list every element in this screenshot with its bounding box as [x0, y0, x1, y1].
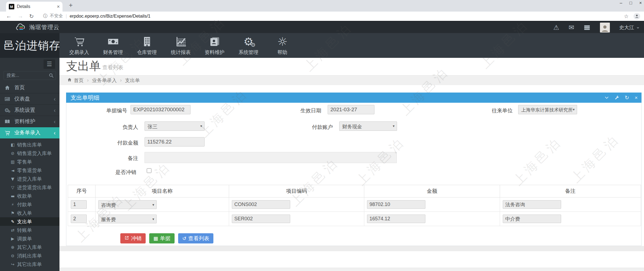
browser-profile-icon[interactable]	[634, 13, 640, 20]
home-icon	[4, 85, 13, 91]
item-code-input[interactable]	[232, 215, 290, 223]
reload-icon[interactable]: ↻	[29, 13, 34, 20]
sidebar-subitem-income[interactable]: ⚑收入单	[0, 209, 59, 217]
url-text[interactable]: erpdoc.epoerp.cn/Biz/Expense/Details/1	[70, 13, 151, 19]
sidebar-item-dashboard[interactable]: 仪表盘‹	[0, 93, 59, 105]
view-list-button[interactable]: ↺查看列表	[178, 233, 213, 243]
item-amount-input[interactable]	[367, 200, 425, 209]
sidebar-subitem-payment[interactable]: ⚡付款单	[0, 200, 59, 209]
sidebar-subitem-other-outbound[interactable]: ↪其它出库单	[0, 260, 59, 269]
button-label: 单据	[160, 235, 170, 242]
mail-icon[interactable]: ✉	[569, 24, 574, 31]
sidebar-item-order-entry[interactable]: 业务单录入‹	[0, 127, 59, 139]
user-menu[interactable]: 史大江	[619, 24, 640, 31]
search-input[interactable]	[4, 71, 56, 80]
sidebar-item-data-maintenance[interactable]: 资料维护‹	[0, 116, 59, 127]
sidebar-subitem-consume-outbound[interactable]: ⊖消耗出库单	[0, 251, 59, 260]
bottom-white-panel	[59, 251, 644, 268]
sidebar-subitem-purchase-return-outbound[interactable]: ▽进货退货出库单	[0, 183, 59, 192]
tab-close-icon[interactable]: ×	[57, 4, 60, 10]
top-menu-item-data-maintenance[interactable]: 资料维护	[198, 33, 232, 58]
sidebar-item-home[interactable]: 首页	[0, 82, 59, 93]
sidebar-subitem-retail-return[interactable]: ◄零售退货单	[0, 166, 59, 175]
row-seq-input[interactable]	[71, 200, 87, 209]
top-menu-label: 仓库管理	[137, 49, 157, 56]
item-note-input[interactable]	[503, 200, 561, 209]
top-menu-item-system[interactable]: ⚙⚙系统管理	[232, 33, 265, 58]
panel-collapse-icon[interactable]	[604, 95, 609, 100]
site-info-icon[interactable]: ⓘ	[43, 13, 48, 19]
sidebar-subitem-label: 销售出库单	[17, 142, 42, 148]
effective-date-input[interactable]	[328, 105, 374, 114]
chevron-down-icon	[636, 25, 640, 31]
window-close-icon[interactable]: ×	[639, 1, 642, 6]
window-maximize-icon[interactable]: □	[629, 1, 632, 6]
search-icon[interactable]	[49, 73, 54, 79]
sidebar-subitem-transfer[interactable]: ⇄转账单	[0, 226, 59, 234]
payment-amount-label: 付款金额	[107, 139, 138, 147]
sidebar-subitem-other-inbound[interactable]: ⊕其它入库单	[0, 243, 59, 251]
back-icon[interactable]: ←	[6, 13, 12, 19]
panel-wrench-icon[interactable]	[615, 95, 619, 100]
item-row: 服务费▾	[68, 212, 641, 226]
top-menu-label: 帮助	[278, 49, 287, 56]
sidebar-subitem-label: 销售退货入库单	[17, 150, 52, 157]
sidebar-subitem-expense[interactable]: ✎支出单	[0, 217, 59, 226]
bottom-gray-band-2	[59, 268, 644, 271]
note-textarea[interactable]	[145, 152, 397, 163]
caret-down-icon: ▾	[200, 124, 202, 128]
sales-return-inbound-icon: ⊘	[9, 151, 16, 156]
breadcrumb-item[interactable]: 业务单录入	[92, 77, 117, 84]
receipt-icon: ▬	[9, 194, 16, 199]
sidebar-subitem-sales-outbound[interactable]: ◧销售出库单	[0, 140, 59, 149]
window-minimize-icon[interactable]: –	[620, 1, 622, 6]
payment-amount-input[interactable]	[145, 137, 205, 147]
item-name-select[interactable]: 服务费▾	[98, 215, 157, 223]
doc-no-input[interactable]	[131, 105, 191, 114]
sidebar-subitem-allocation[interactable]: ▶调拨单	[0, 234, 59, 243]
breadcrumb-item[interactable]: 支出单	[125, 77, 140, 84]
sidebar-subitem-sales-return-inbound[interactable]: ⊘销售退货入库单	[0, 149, 59, 158]
browser-tab[interactable]: M Details ×	[6, 2, 63, 12]
item-name-select[interactable]: 咨询费▾	[98, 200, 157, 209]
bookmark-star-icon[interactable]: ☆	[624, 13, 629, 20]
sidebar-subitem-label: 其它出库单	[17, 261, 42, 268]
top-menu-item-warehouse[interactable]: 仓库管理	[130, 33, 164, 58]
chevron-left-icon: ‹	[54, 107, 56, 113]
sidebar-subitem-retail[interactable]: ▥零售单	[0, 158, 59, 166]
sidebar-subitem-purchase-inbound[interactable]: ▼进货入库单	[0, 175, 59, 183]
party-label: 往来单位	[485, 107, 513, 114]
reverse-button[interactable]: 冲销	[120, 233, 146, 243]
item-code-input[interactable]	[232, 200, 290, 209]
item-note-input[interactable]	[503, 215, 561, 223]
warning-icon[interactable]: ⚠	[553, 24, 559, 31]
top-menu-item-transaction-entry[interactable]: 交易录入	[62, 33, 96, 58]
party-select[interactable]: 上海华东计算技术研究所 ▾	[518, 105, 577, 114]
cart-icon	[4, 130, 13, 136]
row-seq-input[interactable]	[71, 215, 87, 223]
owner-select[interactable]: 张三 ▾	[145, 121, 205, 131]
caret-down-icon: ▾	[152, 203, 154, 207]
document-button[interactable]: ▦单据	[149, 233, 175, 243]
sidebar-item-system-settings[interactable]: ⚙⚙系统设置‹	[0, 105, 59, 116]
user-avatar[interactable]	[600, 23, 610, 32]
server-icon[interactable]	[583, 25, 591, 31]
top-menu-label: 系统管理	[239, 49, 259, 56]
sidebar-toggle-button[interactable]: ☰	[44, 59, 55, 69]
new-tab-button[interactable]: +	[69, 1, 73, 9]
top-menu-item-reports[interactable]: 统计报表	[164, 33, 198, 58]
allocation-icon: ▶	[9, 236, 16, 241]
panel-close-icon[interactable]: ×	[635, 95, 638, 101]
reversal-checkbox[interactable]	[147, 168, 151, 173]
top-menu-item-help[interactable]: ☼帮助	[265, 33, 299, 58]
item-amount-input[interactable]	[367, 215, 425, 223]
breadcrumb-item[interactable]: 首页	[74, 77, 84, 84]
item-name-value: 服务费	[101, 216, 116, 223]
top-menu-item-finance[interactable]: 财务管理	[96, 33, 130, 58]
panel-refresh-icon[interactable]: ↻	[625, 94, 629, 101]
sidebar-subitem-receipt[interactable]: ▬收款单	[0, 192, 59, 200]
payment-account-select[interactable]: 财务现金 ▾	[339, 121, 397, 131]
window-controls: – □ ×	[620, 1, 642, 6]
forward-icon[interactable]: →	[18, 13, 23, 19]
sidebar-item-label: 首页	[14, 84, 25, 91]
